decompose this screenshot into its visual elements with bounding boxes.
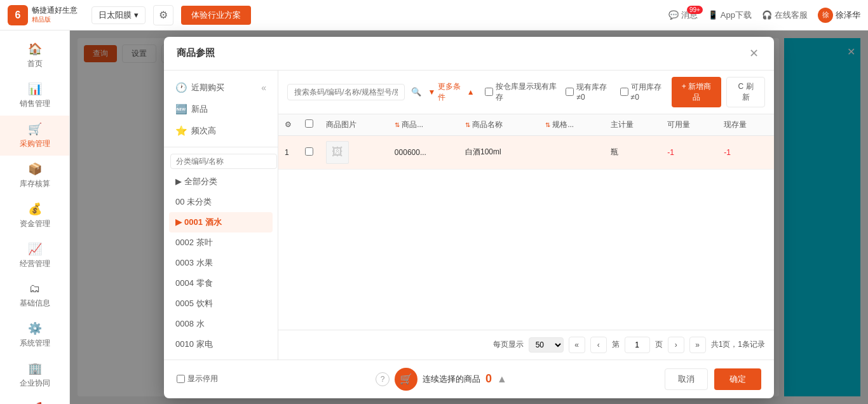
mobile-icon: 📱 bbox=[708, 10, 718, 20]
category-0001[interactable]: ▶ 0001 酒水 bbox=[169, 212, 273, 232]
nav-selector[interactable]: 日太阳膜 ▾ bbox=[92, 6, 146, 24]
category-0010[interactable]: 0010 家电 bbox=[169, 334, 273, 354]
recent-icon: 🕐 bbox=[175, 82, 187, 93]
product-search-input[interactable] bbox=[287, 84, 405, 100]
footer-cart: ? 🛒 连续选择的商品 0 ▲ bbox=[376, 368, 507, 391]
customer-service-item[interactable]: 🎧 在线客服 bbox=[762, 10, 808, 21]
product-reference-modal: 商品参照 ✕ 🕐 近期购买 « � bbox=[164, 37, 774, 398]
category-list: ▶ 全部分类 00 未分类 ▶ 0001 酒水 0002 茶 bbox=[164, 172, 278, 354]
sidebar-item-inventory[interactable]: 📦 库存核算 bbox=[0, 156, 69, 196]
first-page-btn[interactable]: « bbox=[569, 337, 585, 353]
app-download-item[interactable]: 📱 App下载 bbox=[708, 10, 752, 21]
show-disabled-input[interactable] bbox=[177, 375, 185, 383]
row-checkbox[interactable] bbox=[299, 135, 320, 169]
checkbox-warehouse[interactable]: 按仓库显示现有库存 bbox=[485, 81, 557, 103]
sidebar-item-basic[interactable]: 🗂 基础信息 bbox=[0, 276, 69, 315]
sidebar-item-system[interactable]: ⚙️ 系统管理 bbox=[0, 315, 69, 355]
page-number-input[interactable] bbox=[625, 337, 650, 353]
col-stock: 现存量 bbox=[717, 114, 774, 136]
product-search-icon[interactable]: 🔍 bbox=[411, 87, 421, 97]
recent-purchase-item[interactable]: 🕐 近期购买 « bbox=[169, 78, 273, 97]
show-disabled-checkbox[interactable]: 显示停用 bbox=[177, 374, 218, 384]
prev-page-btn[interactable]: ‹ bbox=[590, 337, 607, 353]
enterprise-icon: 🏢 bbox=[28, 361, 42, 375]
finance-icon: 💰 bbox=[28, 202, 42, 216]
help-icon[interactable]: ? bbox=[376, 372, 390, 386]
message-badge: 99+ bbox=[687, 6, 703, 14]
right-panel: 🔍 ▼ 更多条件 ▲ 按仓库显示现有库存 bbox=[278, 71, 774, 360]
category-0008[interactable]: 0008 水 bbox=[169, 314, 273, 334]
frequent-item[interactable]: ⭐ 频次高 bbox=[169, 121, 273, 140]
table-body: 1 🖼 000600... 白酒100ml bbox=[278, 135, 774, 169]
col-checkbox[interactable] bbox=[299, 114, 320, 136]
product-thumbnail: 🖼 bbox=[326, 141, 349, 164]
table-toolbar: 🔍 ▼ 更多条件 ▲ 按仓库显示现有库存 bbox=[278, 71, 774, 114]
col-code[interactable]: ⇅ 商品... bbox=[388, 114, 459, 136]
sidebar: 🏠 首页 📊 销售管理 🛒 采购管理 📦 库存核算 💰 资金管理 📈 经营管理 … bbox=[0, 30, 70, 404]
new-product-item[interactable]: 🆕 新品 bbox=[169, 100, 273, 119]
checkbox-stock-ne[interactable]: 现有库存≠0 bbox=[566, 82, 611, 102]
col-spec[interactable]: ⇅ 规格... bbox=[539, 114, 605, 136]
filter-icon: ▼ bbox=[428, 88, 435, 97]
user-item[interactable]: 徐 徐泽华 bbox=[818, 8, 860, 23]
category-0003[interactable]: 0003 水果 bbox=[169, 253, 273, 273]
per-page-select[interactable]: 50 100 200 bbox=[529, 337, 564, 353]
modal-body: 🕐 近期购买 « 🆕 新品 ⭐ 频次高 bbox=[164, 71, 774, 360]
pagination: 每页显示 50 100 200 « ‹ 第 页 › bbox=[278, 330, 774, 360]
category-0004[interactable]: 0004 零食 bbox=[169, 273, 273, 293]
exp-button[interactable]: 体验行业方案 bbox=[181, 6, 251, 25]
cancel-button[interactable]: 取消 bbox=[665, 368, 708, 390]
category-00[interactable]: 00 未分类 bbox=[169, 192, 273, 212]
product-table-container: ⚙ 商品图片 ⇅ 商品... ⇅ bbox=[278, 114, 774, 330]
product-table: ⚙ 商品图片 ⇅ 商品... ⇅ bbox=[278, 114, 774, 170]
modal-close-button[interactable]: ✕ bbox=[746, 46, 761, 61]
main-layout: 🏠 首页 📊 销售管理 🛒 采购管理 📦 库存核算 💰 资金管理 📈 经营管理 … bbox=[0, 30, 868, 404]
nav-right: 💬 消息 99+ 📱 App下载 🎧 在线客服 徐 徐泽华 bbox=[668, 8, 860, 23]
select-all-checkbox[interactable] bbox=[305, 119, 313, 128]
active-arrow-icon: ▶ bbox=[175, 217, 182, 227]
sidebar-item-guide[interactable]: 🚀 新手引导 bbox=[0, 395, 69, 404]
star-icon: ⭐ bbox=[175, 125, 187, 137]
table-row[interactable]: 1 🖼 000600... 白酒100ml bbox=[278, 135, 774, 169]
left-panel-nav: 🕐 近期购买 « 🆕 新品 ⭐ 频次高 bbox=[164, 76, 278, 143]
col-available: 可用量 bbox=[661, 114, 717, 136]
next-page-btn[interactable]: › bbox=[668, 337, 684, 353]
settings-icon[interactable]: ⚙ bbox=[153, 5, 173, 25]
row-index: 1 bbox=[278, 135, 299, 169]
table-header: ⚙ 商品图片 ⇅ 商品... ⇅ bbox=[278, 114, 774, 136]
cart-icon[interactable]: 🛒 bbox=[395, 368, 417, 391]
filter-button[interactable]: ▼ 更多条件 ▲ bbox=[428, 81, 474, 103]
confirm-button[interactable]: 确定 bbox=[714, 368, 761, 390]
last-page-btn[interactable]: » bbox=[689, 337, 706, 353]
col-settings[interactable]: ⚙ bbox=[278, 114, 299, 136]
sidebar-item-operations[interactable]: 📈 经营管理 bbox=[0, 236, 69, 276]
checkbox-available-ne[interactable]: 可用库存≠0 bbox=[620, 82, 665, 102]
sort-icon-spec: ⇅ bbox=[545, 121, 550, 128]
checkbox-warehouse-input[interactable] bbox=[485, 88, 493, 96]
collapse-icon[interactable]: « bbox=[261, 83, 266, 93]
col-image: 商品图片 bbox=[320, 114, 388, 136]
col-name[interactable]: ⇅ 商品名称 bbox=[459, 114, 539, 136]
category-0002[interactable]: 0002 茶叶 bbox=[169, 232, 273, 253]
category-0005[interactable]: 0005 饮料 bbox=[169, 293, 273, 314]
row-name: 白酒100ml bbox=[459, 135, 539, 169]
top-nav: 6 畅捷通好生意 精品版 日太阳膜 ▾ ⚙ 体验行业方案 💬 消息 99+ 📱 … bbox=[0, 0, 868, 30]
checkbox-stock-ne-input[interactable] bbox=[566, 88, 574, 96]
category-search-input[interactable] bbox=[170, 154, 277, 169]
category-search-row: 🔍 bbox=[164, 151, 278, 172]
footer-collapse-icon[interactable]: ▲ bbox=[497, 374, 507, 385]
system-icon: ⚙️ bbox=[28, 321, 42, 335]
sidebar-item-sales[interactable]: 📊 销售管理 bbox=[0, 76, 69, 116]
message-item[interactable]: 💬 消息 99+ bbox=[668, 10, 698, 21]
sidebar-item-finance[interactable]: 💰 资金管理 bbox=[0, 196, 69, 236]
toolbar-right: + 新增商品 C 刷新 bbox=[672, 77, 765, 107]
category-all[interactable]: ▶ 全部分类 bbox=[169, 172, 273, 192]
refresh-button[interactable]: C 刷新 bbox=[726, 77, 765, 107]
checkbox-available-ne-input[interactable] bbox=[620, 88, 628, 96]
col-unit: 主计量 bbox=[604, 114, 661, 136]
row-stock: -1 bbox=[717, 135, 774, 169]
sidebar-item-purchase[interactable]: 🛒 采购管理 bbox=[0, 116, 69, 156]
sidebar-item-enterprise[interactable]: 🏢 企业协同 bbox=[0, 355, 69, 395]
add-product-button[interactable]: + 新增商品 bbox=[672, 77, 721, 107]
sidebar-item-home[interactable]: 🏠 首页 bbox=[0, 36, 69, 76]
